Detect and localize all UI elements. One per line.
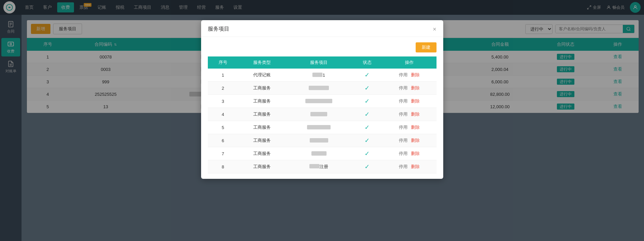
modal-cell-status: ✓ — [352, 95, 382, 108]
modal-cell-status: ✓ — [352, 147, 382, 160]
delete-button[interactable]: 删除 — [411, 138, 420, 143]
modal-col-status: 状态 — [352, 56, 382, 69]
modal-cell-item: 注册 — [286, 160, 352, 173]
modal-scroll[interactable]: 序号 服务类型 服务项目 状态 操作 1 代理记账 — [208, 56, 437, 173]
status-check-icon: ✓ — [365, 124, 370, 131]
modal-cell-ops: 停用 删除 — [382, 95, 437, 108]
modal-cell-status: ✓ — [352, 160, 382, 173]
modal-cell-type: 工商服务 — [238, 121, 286, 134]
modal-new-button[interactable]: 新建 — [416, 42, 437, 52]
status-check-icon: ✓ — [365, 137, 370, 144]
modal-col-item: 服务项目 — [286, 56, 352, 69]
modal-cell-seq: 3 — [208, 95, 238, 108]
modal-table-row: 1 代理记账 1 ✓ 停用 删除 — [208, 69, 437, 82]
modal-cell-item — [286, 95, 352, 108]
status-check-icon: ✓ — [365, 150, 370, 157]
service-modal: 服务项目 × 新建 序号 服务类型 服务项目 — [201, 20, 443, 179]
modal-cell-item — [286, 121, 352, 134]
stop-button[interactable]: 停用 — [399, 72, 408, 77]
service-items-table: 序号 服务类型 服务项目 状态 操作 1 代理记账 — [208, 56, 437, 173]
modal-cell-status: ✓ — [352, 108, 382, 121]
stop-button[interactable]: 停用 — [399, 98, 408, 104]
delete-button[interactable]: 删除 — [411, 125, 420, 130]
modal-cell-type: 工商服务 — [238, 160, 286, 173]
delete-button[interactable]: 删除 — [411, 151, 420, 156]
modal-header: 服务项目 × — [201, 20, 443, 37]
modal-toolbar: 新建 — [208, 42, 437, 52]
modal-cell-ops: 停用 删除 — [382, 160, 437, 173]
modal-cell-status: ✓ — [352, 69, 382, 82]
modal-table-row: 2 工商服务 ✓ 停用 删除 — [208, 82, 437, 95]
status-check-icon: ✓ — [365, 163, 370, 170]
modal-overlay[interactable]: 服务项目 × 新建 序号 服务类型 服务项目 — [22, 15, 644, 241]
modal-col-ops: 操作 — [382, 56, 437, 69]
modal-cell-type: 工商服务 — [238, 108, 286, 121]
modal-cell-status: ✓ — [352, 121, 382, 134]
modal-cell-seq: 2 — [208, 82, 238, 95]
status-check-icon: ✓ — [365, 98, 370, 105]
modal-cell-item — [286, 134, 352, 147]
delete-button[interactable]: 删除 — [411, 85, 420, 90]
modal-cell-type: 工商服务 — [238, 95, 286, 108]
stop-button[interactable]: 停用 — [399, 164, 408, 169]
stop-button[interactable]: 停用 — [399, 138, 408, 143]
delete-button[interactable]: 删除 — [411, 72, 420, 77]
modal-cell-seq: 7 — [208, 147, 238, 160]
modal-table-row: 8 工商服务 注册 ✓ 停用 删除 — [208, 160, 437, 173]
modal-cell-ops: 停用 删除 — [382, 69, 437, 82]
modal-cell-type: 代理记账 — [238, 69, 286, 82]
modal-cell-status: ✓ — [352, 134, 382, 147]
modal-cell-ops: 停用 删除 — [382, 134, 437, 147]
modal-table-row: 5 工商服务 ✓ 停用 删除 — [208, 121, 437, 134]
modal-table-row: 3 工商服务 ✓ 停用 删除 — [208, 95, 437, 108]
modal-cell-seq: 4 — [208, 108, 238, 121]
status-check-icon: ✓ — [365, 72, 370, 78]
delete-button[interactable]: 删除 — [411, 98, 420, 104]
modal-cell-type: 工商服务 — [238, 82, 286, 95]
modal-cell-type: 工商服务 — [238, 147, 286, 160]
modal-table-row: 7 工商服务 ✓ 停用 删除 — [208, 147, 437, 160]
modal-cell-seq: 5 — [208, 121, 238, 134]
modal-cell-seq: 6 — [208, 134, 238, 147]
status-check-icon: ✓ — [365, 111, 370, 118]
modal-table-row: 6 工商服务 ✓ 停用 删除 — [208, 134, 437, 147]
modal-cell-item: 1 — [286, 69, 352, 82]
modal-col-type: 服务类型 — [238, 56, 286, 69]
modal-title: 服务项目 — [208, 26, 229, 33]
modal-cell-ops: 停用 删除 — [382, 108, 437, 121]
modal-cell-item — [286, 82, 352, 95]
status-check-icon: ✓ — [365, 85, 370, 91]
modal-close-button[interactable]: × — [433, 26, 437, 32]
modal-table-row: 4 工商服务 ✓ 停用 删除 — [208, 108, 437, 121]
stop-button[interactable]: 停用 — [399, 85, 408, 90]
modal-cell-seq: 1 — [208, 69, 238, 82]
delete-button[interactable]: 删除 — [411, 164, 420, 169]
modal-cell-ops: 停用 删除 — [382, 121, 437, 134]
modal-col-seq: 序号 — [208, 56, 238, 69]
main-layout: 合同 收费 对账单 新增 服务项目 — [0, 15, 644, 241]
modal-cell-seq: 8 — [208, 160, 238, 173]
modal-cell-ops: 停用 删除 — [382, 147, 437, 160]
stop-button[interactable]: 停用 — [399, 112, 408, 117]
delete-button[interactable]: 删除 — [411, 112, 420, 117]
modal-cell-status: ✓ — [352, 82, 382, 95]
modal-cell-ops: 停用 删除 — [382, 82, 437, 95]
modal-body: 新建 序号 服务类型 服务项目 状态 操作 — [201, 37, 443, 179]
modal-cell-item — [286, 147, 352, 160]
content-area: 新增 服务项目 进行中 已完成 已终止 — [22, 15, 644, 241]
modal-cell-type: 工商服务 — [238, 134, 286, 147]
stop-button[interactable]: 停用 — [399, 125, 408, 130]
modal-cell-item — [286, 108, 352, 121]
stop-button[interactable]: 停用 — [399, 151, 408, 156]
